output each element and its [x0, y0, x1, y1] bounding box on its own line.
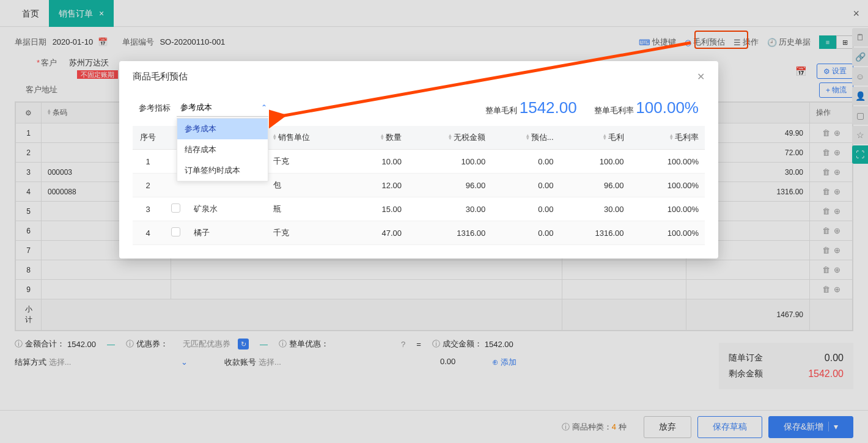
total-profit-label: 整单毛利 — [485, 106, 517, 115]
ref-indicator-input[interactable] — [177, 100, 268, 117]
dropdown-option[interactable]: 参考成本 — [177, 119, 268, 139]
total-rate-label: 整单毛利率 — [594, 106, 634, 115]
chevron-up-icon[interactable]: ⌃ — [261, 103, 267, 112]
col-profit[interactable]: ▴▾毛利 — [560, 126, 630, 150]
col-amount[interactable]: ▴▾无税金额 — [408, 126, 491, 150]
col-seq[interactable]: 序号 — [133, 126, 163, 150]
table-row[interactable]: 4橘子千克47.001316.000.001316.00100.00% — [133, 221, 705, 245]
col-unit[interactable]: ▴▾销售单位 — [267, 126, 351, 150]
ref-indicator-select[interactable]: ⌃ 参考成本 结存成本 订单签约时成本 — [177, 100, 268, 117]
modal-close-icon[interactable]: ✕ — [697, 71, 705, 82]
checkbox[interactable] — [171, 203, 180, 213]
ref-indicator-dropdown: 参考成本 结存成本 订单签约时成本 — [177, 118, 268, 181]
profit-estimate-modal: 商品毛利预估 ✕ 参考指标 ⌃ 参考成本 结存成本 订单签约时成本 整单毛利 1… — [119, 61, 718, 258]
modal-title: 商品毛利预估 — [133, 71, 188, 82]
dropdown-option[interactable]: 订单签约时成本 — [177, 160, 268, 181]
table-row[interactable]: 3矿泉水瓶15.0030.000.0030.00100.00% — [133, 197, 705, 221]
col-est[interactable]: ▴▾预估... — [491, 126, 559, 150]
total-profit-value: 1542.00 — [520, 98, 577, 117]
dropdown-option[interactable]: 结存成本 — [177, 139, 268, 160]
col-qty[interactable]: ▴▾数量 — [351, 126, 408, 150]
col-rate[interactable]: ▴▾毛利率 — [630, 126, 705, 150]
ref-indicator-label: 参考指标 — [139, 103, 171, 114]
total-rate-value: 100.00% — [636, 98, 699, 117]
checkbox[interactable] — [171, 227, 180, 236]
